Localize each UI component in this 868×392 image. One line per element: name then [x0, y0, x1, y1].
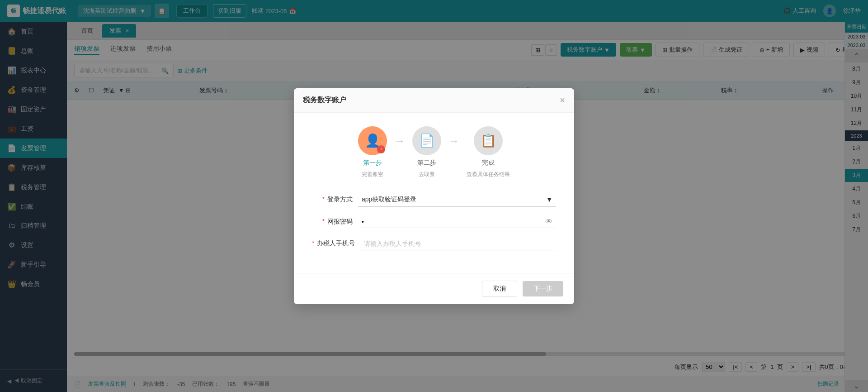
step-1-icon-wrap: 👤 !: [358, 126, 387, 155]
step-3-desc: 查看具体任务结果: [467, 171, 510, 178]
step-1-icon: 👤: [365, 133, 381, 148]
step-1: 👤 ! 第一步 完善账密: [358, 126, 387, 178]
step-1-badge: !: [377, 145, 385, 153]
password-label: * 网报密码: [312, 218, 353, 226]
login-method-label: * 登录方式: [312, 196, 353, 204]
cancel-btn[interactable]: 取消: [482, 281, 517, 297]
step-arrow-1: →: [387, 134, 412, 147]
modal-close-btn[interactable]: ×: [560, 96, 565, 105]
phone-required-star: *: [312, 239, 314, 247]
steps-container: 👤 ! 第一步 完善账密 → 📄 第二步 去取票 →: [312, 126, 556, 178]
modal-body: 👤 ! 第一步 完善账密 → 📄 第二步 去取票 →: [294, 113, 574, 273]
eye-toggle-icon[interactable]: 👁: [545, 218, 552, 226]
step-2-icon: 📄: [419, 133, 435, 148]
step-1-desc: 完善账密: [362, 171, 383, 178]
next-btn[interactable]: 下一步: [523, 281, 563, 296]
step-2-desc: 去取票: [419, 171, 435, 178]
login-method-value: app获取验证码登录: [362, 196, 416, 204]
password-required-star: *: [322, 218, 325, 225]
password-input[interactable]: [362, 218, 545, 225]
password-field: 👁: [358, 216, 556, 228]
modal-overlay[interactable]: 税务数字账户 × 👤 ! 第一步 完善账密 →: [0, 0, 868, 392]
step-2-icon-wrap: 📄: [412, 126, 441, 155]
modal-title: 税务数字账户: [303, 96, 346, 105]
tax-digital-modal: 税务数字账户 × 👤 ! 第一步 完善账密 →: [294, 88, 574, 304]
step-3: 📋 完成 查看具体任务结果: [467, 126, 510, 178]
login-method-select[interactable]: app获取验证码登录 ▼: [358, 193, 556, 207]
form-row-login-method: * 登录方式 app获取验证码登录 ▼: [312, 193, 556, 207]
form-row-phone: * 办税人手机号: [312, 237, 556, 250]
step-1-label: 第一步: [363, 159, 382, 167]
step-arrow-2: →: [441, 134, 467, 147]
step-2: 📄 第二步 去取票: [412, 126, 441, 178]
required-star: *: [322, 196, 325, 203]
step-3-icon: 📋: [481, 133, 496, 148]
modal-footer: 取消 下一步: [294, 273, 574, 304]
step-2-label: 第二步: [417, 159, 436, 167]
step-3-label: 完成: [482, 159, 495, 167]
form-row-password: * 网报密码 👁: [312, 216, 556, 228]
phone-input[interactable]: [360, 237, 556, 250]
login-method-dropdown-icon: ▼: [546, 196, 552, 203]
step-3-icon-wrap: 📋: [474, 126, 503, 155]
phone-label: * 办税人手机号: [312, 239, 355, 248]
modal-header: 税务数字账户 ×: [294, 88, 574, 113]
